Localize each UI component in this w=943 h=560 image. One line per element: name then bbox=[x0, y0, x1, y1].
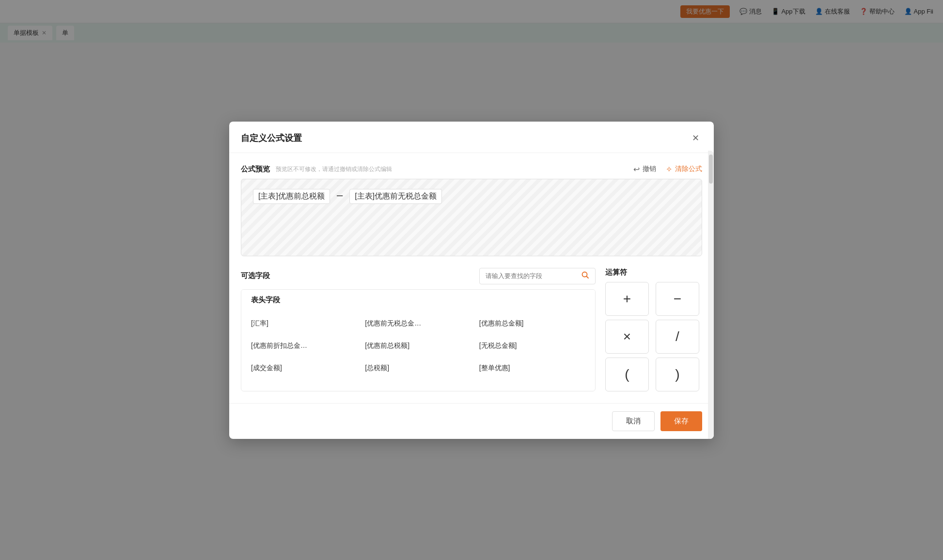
operators-title: 运算符 bbox=[605, 268, 702, 277]
formula-dialog: 自定义公式设置 ✕ 公式预览 预览区不可修改，请通过撤销或清除公式编辑 ↩ 撤销 bbox=[229, 122, 714, 439]
operator-divide-button[interactable]: / bbox=[656, 320, 699, 354]
dialog-title: 自定义公式设置 bbox=[241, 132, 302, 144]
clear-formula-button[interactable]: ✧ 清除公式 bbox=[666, 165, 702, 174]
field-item-3[interactable]: [优惠前折扣总金… bbox=[247, 335, 361, 357]
search-icon bbox=[582, 271, 589, 281]
formula-preview-label-group: 公式预览 预览区不可修改，请通过撤销或清除公式编辑 bbox=[241, 165, 392, 174]
modal-overlay: 自定义公式设置 ✕ 公式预览 预览区不可修改，请通过撤销或清除公式编辑 ↩ 撤销 bbox=[0, 0, 943, 560]
operator-close-paren-button[interactable]: ) bbox=[656, 358, 699, 391]
field-item-0[interactable]: [汇率] bbox=[247, 312, 361, 335]
formula-preview-title: 公式预览 bbox=[241, 165, 270, 174]
bottom-section: 可选字段 表头字段 bbox=[241, 268, 702, 391]
formula-preview-header: 公式预览 预览区不可修改，请通过撤销或清除公式编辑 ↩ 撤销 ✧ 清除公式 bbox=[241, 165, 702, 174]
undo-button[interactable]: ↩ 撤销 bbox=[633, 165, 656, 174]
undo-icon: ↩ bbox=[633, 165, 640, 174]
field-item-7[interactable]: [总税额] bbox=[361, 357, 475, 379]
operator-add-button[interactable]: + bbox=[605, 282, 649, 316]
dialog-close-button[interactable]: ✕ bbox=[689, 131, 702, 145]
close-icon: ✕ bbox=[692, 133, 699, 143]
search-box[interactable] bbox=[479, 268, 596, 284]
operators-grid: + − × / ( ) bbox=[605, 282, 702, 391]
field-item-6[interactable]: [成交金额] bbox=[247, 357, 361, 379]
formula-display-area: [主表]优惠前总税额 – [主表]优惠前无税总金额 bbox=[241, 179, 702, 256]
field-item-8[interactable]: [整单优惠] bbox=[475, 357, 589, 379]
field-item-2[interactable]: [优惠前总金额] bbox=[475, 312, 589, 335]
fields-group-header: 表头字段 bbox=[241, 290, 595, 311]
formula-preview-section: 公式预览 预览区不可修改，请通过撤销或清除公式编辑 ↩ 撤销 ✧ 清除公式 bbox=[241, 165, 702, 256]
clear-icon: ✧ bbox=[666, 165, 672, 174]
dialog-footer: 取消 保存 bbox=[229, 403, 714, 439]
cancel-button[interactable]: 取消 bbox=[612, 411, 655, 431]
dialog-scrollbar-thumb bbox=[709, 155, 713, 184]
operator-multiply-button[interactable]: × bbox=[605, 320, 649, 354]
formula-actions: ↩ 撤销 ✧ 清除公式 bbox=[633, 165, 702, 174]
formula-preview-hint: 预览区不可修改，请通过撤销或清除公式编辑 bbox=[276, 165, 392, 173]
formula-tag-2: [主表]优惠前无税总金额 bbox=[349, 189, 442, 204]
fields-list: 表头字段 [汇率] [优惠前无税总金… [优惠前总金额] [优惠前折扣总金… [… bbox=[241, 289, 596, 391]
dialog-scrollbar[interactable] bbox=[708, 151, 714, 439]
formula-minus-operator: – bbox=[334, 189, 346, 202]
formula-tag-1: [主表]优惠前总税额 bbox=[253, 189, 330, 204]
undo-label: 撤销 bbox=[643, 165, 656, 173]
field-item-1[interactable]: [优惠前无税总金… bbox=[361, 312, 475, 335]
operator-open-paren-button[interactable]: ( bbox=[605, 358, 649, 391]
save-button[interactable]: 保存 bbox=[660, 411, 702, 431]
dialog-header: 自定义公式设置 ✕ bbox=[229, 122, 714, 153]
operator-subtract-button[interactable]: − bbox=[656, 282, 699, 316]
search-input[interactable] bbox=[486, 272, 578, 280]
fields-section: 可选字段 表头字段 bbox=[241, 268, 596, 391]
svg-line-1 bbox=[587, 276, 589, 278]
dialog-body: 公式预览 预览区不可修改，请通过撤销或清除公式编辑 ↩ 撤销 ✧ 清除公式 bbox=[229, 153, 714, 403]
fields-header: 可选字段 bbox=[241, 268, 596, 284]
field-item-4[interactable]: [优惠前总税额] bbox=[361, 335, 475, 357]
field-item-5[interactable]: [无税总金额] bbox=[475, 335, 589, 357]
clear-label: 清除公式 bbox=[675, 165, 702, 173]
fields-title: 可选字段 bbox=[241, 271, 270, 280]
operators-section: 运算符 + − × / ( ) bbox=[605, 268, 702, 391]
fields-grid: [汇率] [优惠前无税总金… [优惠前总金额] [优惠前折扣总金… [优惠前总税… bbox=[241, 311, 595, 385]
